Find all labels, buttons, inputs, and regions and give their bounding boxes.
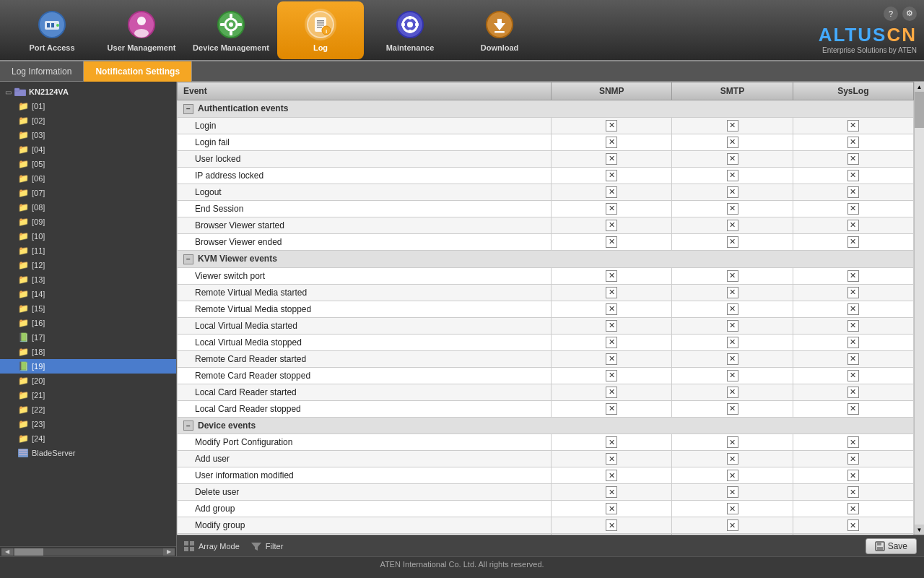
snmp-cell[interactable]: ✕: [552, 367, 672, 384]
checkbox-x-icon[interactable]: ✕: [847, 120, 859, 131]
checkbox-x-icon[interactable]: ✕: [847, 153, 859, 165]
checkbox-x-icon[interactable]: ✕: [847, 236, 859, 248]
smtp-cell[interactable]: ✕: [672, 334, 793, 350]
syslog-cell[interactable]: ✕: [793, 484, 913, 501]
help-icon[interactable]: ?: [884, 7, 898, 21]
snmp-cell[interactable]: ✕: [552, 233, 672, 250]
snmp-cell[interactable]: ✕: [552, 467, 672, 484]
smtp-cell[interactable]: ✕: [672, 317, 793, 334]
tree-node-07[interactable]: 📁[07]: [0, 186, 176, 200]
checkbox-x-icon[interactable]: ✕: [606, 387, 617, 398]
nav-item-device-management[interactable]: Device Management: [188, 1, 274, 59]
syslog-cell[interactable]: ✕: [793, 150, 913, 167]
checkbox-x-icon[interactable]: ✕: [847, 486, 859, 498]
tree-node-19[interactable]: 📗[19]: [0, 359, 176, 374]
checkbox-x-icon[interactable]: ✕: [606, 353, 617, 365]
syslog-cell[interactable]: ✕: [793, 217, 913, 233]
tree-node-24[interactable]: 📁[24]: [0, 431, 176, 446]
checkbox-x-icon[interactable]: ✕: [606, 436, 617, 448]
checkbox-x-icon[interactable]: ✕: [606, 503, 617, 514]
checkbox-x-icon[interactable]: ✕: [727, 453, 738, 465]
vscroll-thumb[interactable]: [915, 92, 924, 128]
snmp-cell[interactable]: ✕: [552, 134, 672, 150]
snmp-cell[interactable]: ✕: [552, 501, 672, 517]
tree-node-20[interactable]: 📁[20]: [0, 374, 176, 388]
nav-item-log[interactable]: i Log: [277, 1, 364, 59]
snmp-cell[interactable]: ✕: [552, 400, 672, 417]
checkbox-x-icon[interactable]: ✕: [727, 387, 738, 398]
tree-node-22[interactable]: 📁[22]: [0, 402, 176, 417]
syslog-cell[interactable]: ✕: [793, 467, 913, 484]
smtp-cell[interactable]: ✕: [672, 400, 793, 417]
nav-item-port-access[interactable]: Port Access: [9, 1, 95, 59]
checkbox-x-icon[interactable]: ✕: [847, 470, 859, 481]
syslog-cell[interactable]: ✕: [793, 233, 913, 250]
checkbox-x-icon[interactable]: ✕: [606, 120, 617, 131]
checkbox-x-icon[interactable]: ✕: [606, 203, 617, 215]
snmp-cell[interactable]: ✕: [552, 267, 672, 284]
snmp-cell[interactable]: ✕: [552, 451, 672, 467]
checkbox-x-icon[interactable]: ✕: [847, 453, 859, 465]
vscroll-up-btn[interactable]: ▲: [915, 82, 924, 92]
checkbox-x-icon[interactable]: ✕: [727, 486, 738, 498]
checkbox-x-icon[interactable]: ✕: [727, 519, 738, 531]
smtp-cell[interactable]: ✕: [672, 484, 793, 501]
checkbox-x-icon[interactable]: ✕: [606, 220, 617, 231]
scroll-left-btn[interactable]: ◀: [1, 548, 13, 556]
checkbox-x-icon[interactable]: ✕: [727, 270, 738, 282]
syslog-cell[interactable]: ✕: [793, 400, 913, 417]
syslog-cell[interactable]: ✕: [793, 350, 913, 367]
snmp-cell[interactable]: ✕: [552, 167, 672, 184]
save-button[interactable]: Save: [866, 538, 917, 554]
checkbox-x-icon[interactable]: ✕: [606, 337, 617, 348]
smtp-cell[interactable]: ✕: [672, 501, 793, 517]
nav-item-user-management[interactable]: User Management: [98, 1, 185, 59]
settings-icon[interactable]: ⚙: [902, 7, 917, 21]
snmp-cell[interactable]: ✕: [552, 334, 672, 350]
sidebar-hscroll[interactable]: ◀ ▶: [0, 546, 176, 556]
checkbox-x-icon[interactable]: ✕: [727, 186, 738, 198]
checkbox-x-icon[interactable]: ✕: [606, 303, 617, 315]
smtp-cell[interactable]: ✕: [672, 150, 793, 167]
collapse-root-icon[interactable]: ▭: [3, 87, 13, 97]
syslog-cell[interactable]: ✕: [793, 334, 913, 350]
checkbox-x-icon[interactable]: ✕: [847, 287, 859, 298]
smtp-cell[interactable]: ✕: [672, 200, 793, 217]
collapse-auth-btn[interactable]: −: [183, 104, 193, 114]
snmp-cell[interactable]: ✕: [552, 184, 672, 200]
checkbox-x-icon[interactable]: ✕: [606, 370, 617, 381]
checkbox-x-icon[interactable]: ✕: [847, 320, 859, 332]
checkbox-x-icon[interactable]: ✕: [727, 370, 738, 381]
syslog-cell[interactable]: ✕: [793, 317, 913, 334]
checkbox-x-icon[interactable]: ✕: [847, 353, 859, 365]
checkbox-x-icon[interactable]: ✕: [606, 170, 617, 181]
checkbox-x-icon[interactable]: ✕: [727, 137, 738, 148]
checkbox-x-icon[interactable]: ✕: [727, 287, 738, 298]
checkbox-x-icon[interactable]: ✕: [847, 519, 859, 531]
tree-node-02[interactable]: 📁[02]: [0, 113, 176, 128]
tree-node-10[interactable]: 📁[10]: [0, 229, 176, 243]
snmp-cell[interactable]: ✕: [552, 301, 672, 317]
snmp-cell[interactable]: ✕: [552, 350, 672, 367]
checkbox-x-icon[interactable]: ✕: [606, 470, 617, 481]
checkbox-x-icon[interactable]: ✕: [727, 403, 738, 415]
syslog-cell[interactable]: ✕: [793, 167, 913, 184]
snmp-cell[interactable]: ✕: [552, 434, 672, 451]
snmp-cell[interactable]: ✕: [552, 317, 672, 334]
tree-node-21[interactable]: 📁[21]: [0, 388, 176, 402]
tree-node-bladeserver[interactable]: BladeServer: [0, 446, 176, 460]
syslog-cell[interactable]: ✕: [793, 134, 913, 150]
nav-item-maintenance[interactable]: Maintenance: [367, 1, 453, 59]
tree-node-04[interactable]: 📁[04]: [0, 142, 176, 157]
tree-node-08[interactable]: 📁[08]: [0, 200, 176, 215]
snmp-cell[interactable]: ✕: [552, 117, 672, 134]
checkbox-x-icon[interactable]: ✕: [727, 170, 738, 181]
smtp-cell[interactable]: ✕: [672, 117, 793, 134]
tree-node-12[interactable]: 📁[12]: [0, 258, 176, 272]
syslog-cell[interactable]: ✕: [793, 434, 913, 451]
tree-node-05[interactable]: 📁[05]: [0, 157, 176, 171]
checkbox-x-icon[interactable]: ✕: [847, 186, 859, 198]
smtp-cell[interactable]: ✕: [672, 467, 793, 484]
filter-btn[interactable]: Filter: [251, 541, 283, 551]
smtp-cell[interactable]: ✕: [672, 301, 793, 317]
